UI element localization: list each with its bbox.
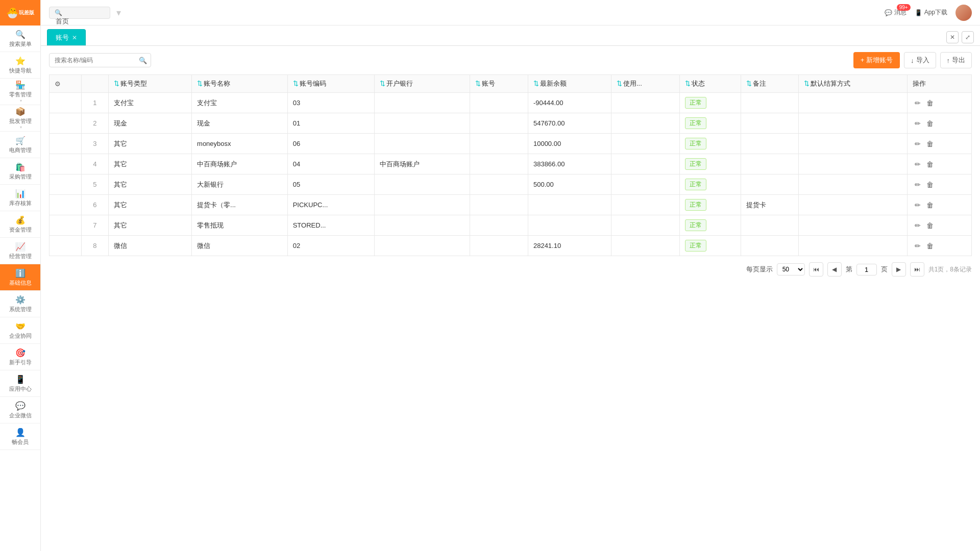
page-input[interactable] xyxy=(856,264,877,276)
sidebar-label-basic-info: 基础信息 xyxy=(9,279,32,287)
sidebar-item-wholesale-mgmt[interactable]: 📦 批发管理 ▾ xyxy=(0,105,40,132)
sidebar-item-enterprise-wechat[interactable]: 💬 企业微信 xyxy=(0,397,40,423)
edit-button[interactable]: ✏ xyxy=(913,200,923,210)
sidebar-item-member[interactable]: 👤 畅会员 xyxy=(0,423,40,450)
page-size-select[interactable]: 50 20 100 xyxy=(777,263,805,276)
cell-gear xyxy=(50,154,82,174)
cell-action: ✏ 🗑 xyxy=(907,215,971,236)
sidebar-item-inventory[interactable]: 📊 库存核算 xyxy=(0,185,40,211)
cell-bank xyxy=(374,236,470,256)
cell-usage xyxy=(611,174,679,195)
delete-button[interactable]: 🗑 xyxy=(924,200,936,210)
close-window-button[interactable]: ✕ xyxy=(946,31,959,43)
sidebar-icon-app-center: 📱 xyxy=(15,374,26,384)
sidebar-item-search-menu[interactable]: 🔍 搜索菜单 xyxy=(0,26,40,52)
sidebar-item-finance-mgmt[interactable]: 💰 资金管理 xyxy=(0,211,40,238)
delete-button[interactable]: 🗑 xyxy=(924,220,936,231)
cell-balance: 383866.00 xyxy=(528,154,611,174)
cell-code: PICKUPC... xyxy=(287,195,374,215)
edit-button[interactable]: ✏ xyxy=(913,98,923,108)
delete-button[interactable]: 🗑 xyxy=(924,118,936,129)
messages-count: 99+ xyxy=(897,4,911,11)
delete-button[interactable]: 🗑 xyxy=(924,98,936,108)
edit-button[interactable]: ✏ xyxy=(913,241,923,251)
col-header-bank[interactable]: ⇅开户银行 xyxy=(374,75,470,93)
sidebar-item-operation-mgmt[interactable]: 📈 经营管理 xyxy=(0,238,40,264)
col-header-status[interactable]: ⇅状态 xyxy=(680,75,741,93)
cell-code: 06 xyxy=(287,134,374,154)
last-page-button[interactable]: ⏭ xyxy=(910,262,924,277)
sidebar: 🐣 玩差版 🔍 搜索菜单 ⭐ 快捷导航 🏪 零售管理 ▾ 📦 批发管理 ▾ 🛒 … xyxy=(0,0,41,551)
user-avatar[interactable] xyxy=(955,5,972,21)
cell-num: 7 xyxy=(81,215,109,236)
sidebar-label-retail-mgmt: 零售管理 xyxy=(9,91,32,98)
sidebar-item-enterprise-agreement[interactable]: 🤝 企业协同 xyxy=(0,317,40,344)
sidebar-label-enterprise-agreement: 企业协同 xyxy=(9,332,32,340)
topbar-right: 💬 消息 99+ 📱 App下载 xyxy=(885,5,972,21)
next-page-button[interactable]: ▶ xyxy=(892,262,906,277)
edit-button[interactable]: ✏ xyxy=(913,220,923,231)
table-settings-icon[interactable]: ⚙ xyxy=(55,80,61,88)
import-button[interactable]: ↓ 导入 xyxy=(904,52,936,68)
sidebar-item-system-mgmt[interactable]: ⚙️ 系统管理 xyxy=(0,291,40,317)
cell-name: 微信 xyxy=(192,236,288,256)
messages-button[interactable]: 💬 消息 99+ xyxy=(885,8,906,17)
edit-button[interactable]: ✏ xyxy=(913,180,923,190)
sidebar-label-system-mgmt: 系统管理 xyxy=(9,306,32,313)
topbar-dropdown-icon[interactable]: ▾ xyxy=(116,7,121,18)
delete-button[interactable]: 🗑 xyxy=(924,241,936,251)
cell-account xyxy=(470,215,528,236)
app-download-button[interactable]: 📱 App下载 xyxy=(915,8,947,17)
cell-gear xyxy=(50,215,82,236)
tab-home[interactable]: 首页 xyxy=(47,13,86,29)
cell-balance: 28241.10 xyxy=(528,236,611,256)
sidebar-icon-quick-nav: ⭐ xyxy=(15,56,26,66)
col-header-balance[interactable]: ⇅最新余额 xyxy=(528,75,611,93)
sidebar-item-newbie-guide[interactable]: 🎯 新手引导 xyxy=(0,344,40,370)
status-badge: 正常 xyxy=(685,117,706,129)
tab-accounts[interactable]: 账号✕ xyxy=(47,29,86,45)
export-icon: ↑ xyxy=(947,57,950,64)
col-header-usage[interactable]: ⇅使用... xyxy=(611,75,679,93)
maximize-window-button[interactable]: ⤢ xyxy=(962,31,974,43)
delete-button[interactable]: 🗑 xyxy=(924,159,936,169)
delete-button[interactable]: 🗑 xyxy=(924,139,936,149)
tab-close-accounts[interactable]: ✕ xyxy=(72,34,77,41)
cell-name: 零售抵现 xyxy=(192,215,288,236)
toolbar-right: + 新增账号 ↓ 导入 ↑ 导出 xyxy=(853,52,972,68)
search-submit-icon[interactable]: 🔍 xyxy=(139,57,147,64)
sidebar-item-quick-nav[interactable]: ⭐ 快捷导航 xyxy=(0,52,40,79)
sidebar-item-retail-mgmt[interactable]: 🏪 零售管理 ▾ xyxy=(0,79,40,105)
first-page-button[interactable]: ⏮ xyxy=(809,262,823,277)
sidebar-item-ecommerce-mgmt[interactable]: 🛒 电商管理 xyxy=(0,132,40,158)
pagination-total: 共1页，8条记录 xyxy=(928,265,972,274)
cell-remark xyxy=(741,134,799,154)
edit-button[interactable]: ✏ xyxy=(913,159,923,169)
prev-page-button[interactable]: ◀ xyxy=(827,262,842,277)
sidebar-item-purchase-mgmt[interactable]: 🛍️ 采购管理 xyxy=(0,158,40,185)
col-header-code[interactable]: ⇅账号编码 xyxy=(287,75,374,93)
col-header-type[interactable]: ⇅账号类型 xyxy=(109,75,192,93)
sidebar-label-finance-mgmt: 资金管理 xyxy=(9,226,32,234)
sidebar-icon-enterprise-wechat: 💬 xyxy=(15,401,26,411)
edit-button[interactable]: ✏ xyxy=(913,139,923,149)
cell-balance: 547670.00 xyxy=(528,113,611,134)
cell-num: 5 xyxy=(81,174,109,195)
sidebar-label-enterprise-wechat: 企业微信 xyxy=(9,412,32,419)
cell-name: 提货卡（零... xyxy=(192,195,288,215)
export-button[interactable]: ↑ 导出 xyxy=(940,52,972,68)
edit-button[interactable]: ✏ xyxy=(913,118,923,129)
col-header-account[interactable]: ⇅账号 xyxy=(470,75,528,93)
cell-bank xyxy=(374,174,470,195)
col-header-default_settle[interactable]: ⇅默认结算方式 xyxy=(799,75,907,93)
col-header-remark[interactable]: ⇅备注 xyxy=(741,75,799,93)
cell-name: 现金 xyxy=(192,113,288,134)
search-input[interactable] xyxy=(49,53,151,67)
sidebar-item-basic-info[interactable]: ℹ️ 基础信息 xyxy=(0,264,40,291)
col-header-name[interactable]: ⇅账号名称 xyxy=(192,75,288,93)
main-content: 🔍 ▾ 💬 消息 99+ 📱 App下载 首页账号✕ ✕ ⤢ xyxy=(41,0,980,551)
cell-status: 正常 xyxy=(680,195,741,215)
sidebar-item-app-center[interactable]: 📱 应用中心 xyxy=(0,370,40,397)
add-account-button[interactable]: + 新增账号 xyxy=(853,52,900,68)
delete-button[interactable]: 🗑 xyxy=(924,180,936,190)
